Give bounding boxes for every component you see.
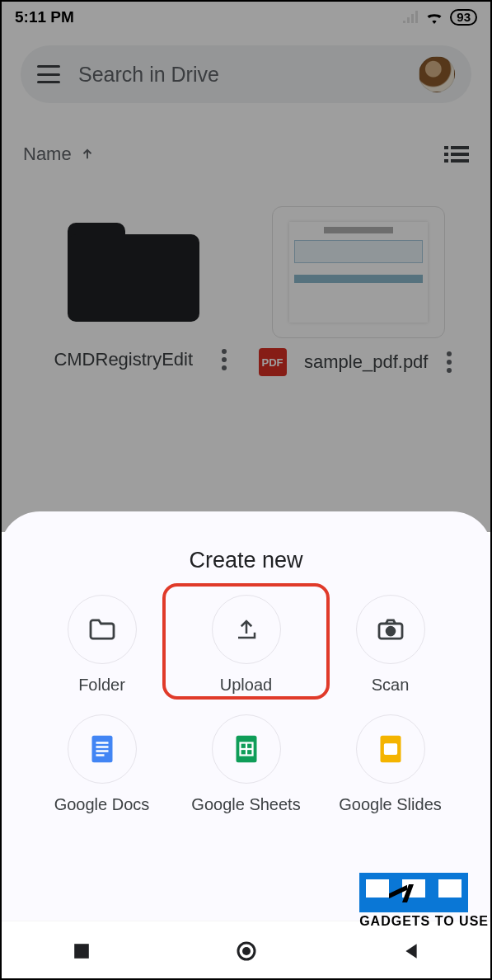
sheet-item-label: Google Docs (54, 795, 150, 814)
nav-home-icon[interactable] (235, 940, 258, 963)
sheet-item-label: Upload (220, 676, 272, 695)
sheet-item-label: Google Sheets (191, 795, 300, 814)
nav-recent-icon[interactable] (73, 942, 91, 960)
status-time: 5:11 PM (15, 8, 74, 26)
svg-rect-18 (384, 744, 396, 755)
battery-indicator: 93 (450, 9, 477, 26)
system-nav-bar (0, 921, 492, 980)
camera-icon (377, 618, 405, 641)
svg-rect-9 (96, 742, 108, 744)
create-docs-button[interactable]: Google Docs (30, 714, 174, 814)
sheet-item-label: Scan (372, 676, 410, 695)
svg-rect-11 (96, 750, 108, 752)
wifi-icon (425, 11, 443, 24)
svg-rect-10 (96, 746, 108, 748)
sheet-item-label: Google Slides (339, 795, 442, 814)
svg-rect-19 (74, 944, 89, 959)
create-slides-button[interactable]: Google Slides (318, 714, 462, 814)
create-sheets-button[interactable]: Google Sheets (174, 714, 318, 814)
google-docs-icon (90, 733, 115, 765)
sheet-title: Create new (0, 548, 492, 573)
sheet-item-label: Folder (78, 676, 125, 695)
modal-scrim[interactable] (0, 0, 492, 532)
svg-rect-12 (96, 754, 104, 756)
create-upload-button[interactable]: Upload (174, 595, 318, 695)
signal-icon (402, 11, 419, 24)
folder-outline-icon (88, 618, 116, 641)
nav-back-icon[interactable] (402, 942, 420, 960)
google-slides-icon (378, 733, 403, 765)
create-folder-button[interactable]: Folder (30, 595, 174, 695)
svg-rect-8 (91, 736, 112, 763)
upload-icon (234, 617, 259, 642)
svg-point-21 (242, 947, 251, 955)
create-scan-button[interactable]: Scan (318, 595, 462, 695)
google-sheets-icon (234, 733, 259, 765)
status-bar: 5:11 PM 93 (0, 5, 492, 30)
watermark-text: GADGETS TO USE (359, 914, 489, 929)
watermark: GADGETS TO USE (359, 873, 489, 929)
svg-point-7 (387, 627, 395, 635)
